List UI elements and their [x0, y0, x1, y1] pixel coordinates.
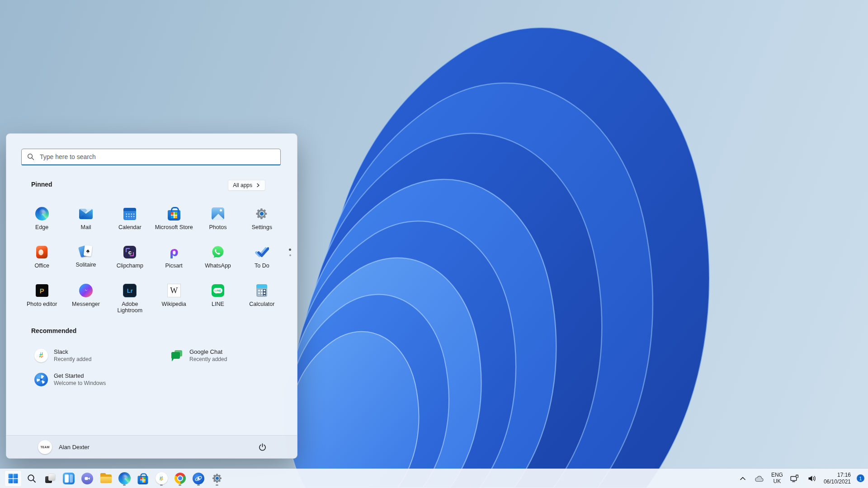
page-indicator-dot-next[interactable] [289, 254, 291, 256]
chevron-up-icon [740, 476, 746, 481]
tray-overflow-button[interactable] [738, 474, 747, 483]
pinned-app-messenger[interactable]: Messenger [64, 282, 108, 319]
picsart-icon: ρ [166, 244, 182, 260]
recommended-item-subtitle: Welcome to Windows [54, 380, 106, 386]
pinned-app-photos[interactable]: Photos [196, 205, 240, 242]
microsoft-store-icon [166, 206, 182, 221]
recommended-item-google-chat[interactable]: Google Chat Recently added [170, 343, 288, 367]
pinned-app-adobe-lightroom[interactable]: Lr Adobe Lightroom [108, 282, 152, 319]
onedrive-tray-button[interactable] [753, 474, 765, 483]
settings-gear-icon [254, 206, 269, 221]
power-button[interactable] [254, 439, 271, 455]
taskbar-search-button[interactable] [23, 470, 40, 487]
pinned-app-to-do[interactable]: To Do [240, 244, 284, 281]
pinned-app-edge[interactable]: Edge [20, 205, 64, 242]
taskbar-atom-app-button[interactable] [190, 470, 207, 487]
widgets-button[interactable] [60, 470, 77, 487]
taskbar-settings-button[interactable] [208, 470, 226, 487]
pinned-app-photo-editor[interactable]: P Photo editor [20, 282, 64, 319]
task-view-button[interactable] [42, 470, 59, 487]
start-menu-footer: TEAM Alan Dexter [6, 435, 297, 458]
tray-time: 17:16 [824, 472, 851, 479]
app-label: Photo editor [27, 301, 57, 307]
recommended-item-title: Slack [54, 348, 91, 355]
volume-tray-button[interactable] [807, 474, 818, 483]
taskbar: # [0, 469, 868, 488]
search-icon [27, 153, 34, 160]
app-label: Microsoft Store [155, 224, 193, 230]
edge-icon [118, 472, 131, 484]
app-label: Wikipedia [162, 301, 186, 307]
pinned-app-whatsapp[interactable]: WhatsApp [196, 244, 240, 281]
page-indicator-dot-current[interactable] [289, 249, 291, 251]
ethernet-network-icon [790, 474, 799, 482]
start-button[interactable] [5, 470, 22, 487]
language-indicator[interactable]: ENG UK [771, 472, 783, 484]
pinned-app-solitaire[interactable]: Solitaire [64, 244, 108, 281]
search-input[interactable] [39, 153, 275, 161]
file-explorer-icon [100, 473, 112, 484]
pinned-app-microsoft-store[interactable]: Microsoft Store [152, 205, 196, 242]
app-label: Solitaire [75, 262, 96, 268]
recommended-item-subtitle: Recently added [54, 356, 91, 362]
language-code: ENG [771, 472, 783, 479]
pinned-app-mail[interactable]: Mail [64, 205, 108, 242]
file-explorer-button[interactable] [97, 470, 114, 487]
system-tray: ENG UK 17:16 06/10/2021 1 [738, 469, 864, 488]
app-label: Calculator [249, 301, 274, 307]
clock-tray-button[interactable]: 17:16 06/10/2021 [824, 472, 851, 485]
taskbar-slack-button[interactable]: # [153, 470, 170, 487]
photos-icon [210, 206, 226, 221]
line-icon: LINE [210, 283, 226, 298]
pinned-app-wikipedia[interactable]: W Wikipedia [152, 282, 196, 319]
network-tray-button[interactable] [789, 473, 801, 483]
pinned-app-calculator[interactable]: Calculator [240, 282, 284, 319]
app-label: To Do [255, 263, 269, 269]
task-view-icon [44, 473, 56, 484]
recommended-item-title: Get Started [54, 372, 106, 379]
pinned-app-clipchamp[interactable]: c Clipchamp [108, 244, 152, 281]
user-avatar: TEAM [38, 440, 52, 454]
taskbar-chrome-button[interactable] [171, 470, 189, 487]
google-chat-icon [170, 349, 184, 362]
recommended-list: # Slack Recently added Google Chat Recen… [34, 343, 288, 391]
pinned-app-line[interactable]: LINE LINE [196, 282, 240, 319]
slack-icon: # [156, 472, 168, 484]
chat-button[interactable] [79, 470, 96, 487]
taskbar-edge-button[interactable] [116, 470, 133, 487]
pinned-app-calendar[interactable]: Calendar [108, 205, 152, 242]
mail-icon [78, 206, 94, 221]
pinned-app-picsart[interactable]: ρ Picsart [152, 244, 196, 281]
app-label: Mail [81, 224, 91, 230]
start-search-box[interactable] [21, 149, 281, 165]
recommended-item-title: Google Chat [189, 348, 227, 355]
notification-badge[interactable]: 1 [857, 474, 864, 482]
chevron-right-icon [256, 183, 260, 188]
slack-icon: # [34, 349, 48, 362]
running-indicator [179, 484, 181, 486]
running-indicator [123, 484, 126, 486]
recommended-item-slack[interactable]: # Slack Recently added [34, 343, 170, 367]
edge-icon [34, 206, 50, 221]
recommended-item-get-started[interactable]: Get Started Welcome to Windows [34, 367, 170, 391]
all-apps-button[interactable]: All apps [228, 180, 265, 191]
app-label: Picsart [165, 263, 183, 269]
recommended-section-title: Recommended [31, 327, 76, 334]
speaker-icon [808, 475, 816, 482]
taskbar-store-button[interactable] [134, 470, 151, 487]
app-label: Settings [252, 224, 272, 230]
pinned-app-office[interactable]: Office [20, 244, 64, 281]
photo-editor-icon: P [34, 283, 50, 298]
solitaire-icon [79, 244, 93, 259]
app-label: WhatsApp [205, 263, 231, 269]
app-label: Photos [209, 224, 227, 230]
calendar-icon [122, 206, 137, 221]
pinned-app-settings[interactable]: Settings [240, 205, 284, 242]
chat-video-icon [81, 473, 93, 484]
get-started-icon [34, 373, 48, 386]
app-label: Adobe Lightroom [109, 301, 151, 314]
wikipedia-icon: W [166, 283, 182, 298]
user-profile-button[interactable]: TEAM Alan Dexter [33, 438, 94, 456]
pinned-page-indicator[interactable] [289, 249, 291, 256]
pinned-app-grid: Edge Mail Calendar Microsoft Store Photo… [20, 205, 284, 319]
